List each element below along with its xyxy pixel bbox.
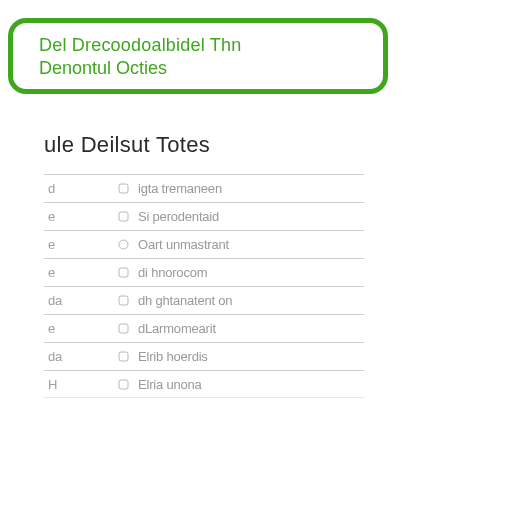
item-icon — [114, 323, 132, 334]
svg-point-2 — [119, 240, 128, 249]
banner-title-line-2: Denontul Octies — [39, 58, 361, 79]
list-item[interactable]: e Oart unmastrant — [44, 230, 364, 258]
list-item[interactable]: H Elria unona — [44, 370, 364, 398]
banner: Del Drecoodoalbidel Thn Denontul Octies — [8, 18, 388, 94]
svg-rect-5 — [119, 324, 128, 333]
list-item[interactable]: da Elrib hoerdis — [44, 342, 364, 370]
row-value: Elrib hoerdis — [132, 349, 208, 364]
svg-rect-7 — [119, 380, 128, 389]
list-item[interactable]: da dh ghtanatent on — [44, 286, 364, 314]
row-key: d — [48, 181, 114, 196]
row-key: H — [48, 377, 114, 392]
item-icon — [114, 351, 132, 362]
row-value: dLarmomearit — [132, 321, 216, 336]
item-icon — [114, 239, 132, 250]
row-value: di hnorocom — [132, 265, 207, 280]
svg-rect-0 — [119, 184, 128, 193]
row-key: e — [48, 209, 114, 224]
svg-rect-4 — [119, 296, 128, 305]
svg-rect-6 — [119, 352, 128, 361]
item-icon — [114, 295, 132, 306]
section-title: ule Deilsut Totes — [44, 132, 512, 158]
list-item[interactable]: e dLarmomearit — [44, 314, 364, 342]
list-item[interactable]: e di hnorocom — [44, 258, 364, 286]
row-value: igta tremaneen — [132, 181, 222, 196]
row-key: e — [48, 237, 114, 252]
row-value: Elria unona — [132, 377, 202, 392]
row-key: da — [48, 293, 114, 308]
row-key: e — [48, 265, 114, 280]
row-key: da — [48, 349, 114, 364]
list: d igta tremaneen e Si perodentaid e Oart… — [44, 174, 364, 398]
banner-title-line-1: Del Drecoodoalbidel Thn — [39, 35, 361, 56]
row-key: e — [48, 321, 114, 336]
svg-rect-3 — [119, 268, 128, 277]
list-item[interactable]: d igta tremaneen — [44, 174, 364, 202]
row-value: dh ghtanatent on — [132, 293, 232, 308]
item-icon — [114, 183, 132, 194]
row-value: Si perodentaid — [132, 209, 219, 224]
item-icon — [114, 267, 132, 278]
list-item[interactable]: e Si perodentaid — [44, 202, 364, 230]
item-icon — [114, 211, 132, 222]
svg-rect-1 — [119, 212, 128, 221]
item-icon — [114, 379, 132, 390]
row-value: Oart unmastrant — [132, 237, 229, 252]
